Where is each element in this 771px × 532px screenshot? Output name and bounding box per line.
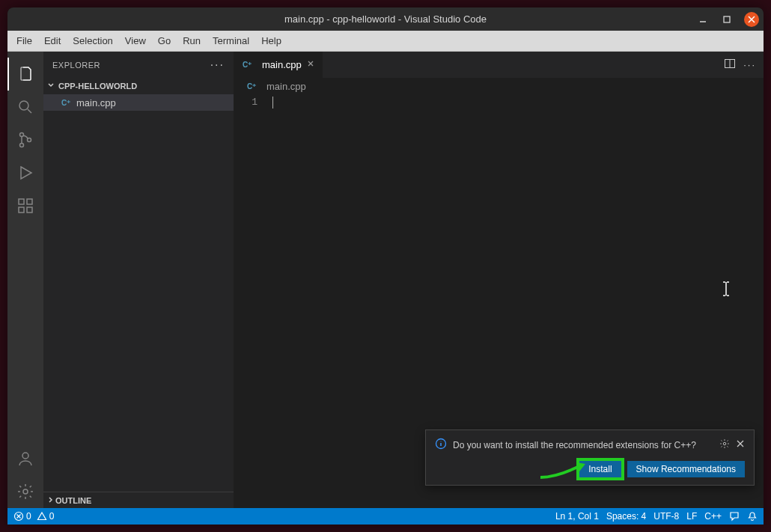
status-encoding[interactable]: UTF-8 <box>653 511 679 522</box>
svg-rect-5 <box>19 199 24 204</box>
status-errors[interactable]: 0 0 <box>13 511 54 522</box>
activity-explorer-icon[interactable] <box>7 58 43 91</box>
menu-terminal[interactable]: Terminal <box>207 32 255 49</box>
svg-rect-8 <box>27 199 32 204</box>
menu-bar: File Edit Selection View Go Run Terminal… <box>7 31 764 52</box>
sidebar-outline-header[interactable]: OUTLINE <box>43 492 234 508</box>
menu-go[interactable]: Go <box>152 32 177 49</box>
status-indentation[interactable]: Spaces: 4 <box>606 511 646 522</box>
file-item-main-cpp[interactable]: C⁺ main.cpp <box>43 94 234 111</box>
cpp-file-icon: C⁺ <box>60 97 72 108</box>
breadcrumb[interactable]: C⁺ main.cpp <box>234 78 764 94</box>
svg-point-2 <box>20 133 24 137</box>
notification-message: Do you want to install the recommended e… <box>453 440 713 450</box>
notification-close-icon[interactable] <box>736 439 745 450</box>
svg-point-9 <box>22 453 28 459</box>
menu-edit[interactable]: Edit <box>38 32 67 49</box>
sidebar-header-label: EXPLORER <box>52 61 100 70</box>
editor-more-icon[interactable]: ··· <box>743 59 756 70</box>
activity-extensions-icon[interactable] <box>7 189 43 222</box>
notification-toast: Do you want to install the recommended e… <box>425 429 755 486</box>
editor-area: C⁺ main.cpp ··· C⁺ main.cpp <box>234 52 764 508</box>
info-icon <box>435 438 447 452</box>
activity-run-debug-icon[interactable] <box>7 156 43 189</box>
menu-view[interactable]: View <box>119 32 152 49</box>
svg-rect-0 <box>724 16 730 22</box>
text-cursor <box>272 97 273 108</box>
chevron-right-icon <box>46 495 55 506</box>
project-name-label: CPP-HELLOWORLD <box>58 82 137 91</box>
activity-bar <box>7 52 43 508</box>
svg-rect-7 <box>27 207 32 213</box>
status-bar: 0 0 Ln 1, Col 1 Spaces: 4 UTF-8 LF C++ <box>7 508 764 525</box>
status-feedback-icon[interactable] <box>729 511 740 522</box>
svg-point-3 <box>20 144 24 147</box>
split-editor-icon[interactable] <box>724 58 736 72</box>
sidebar-explorer: EXPLORER ··· CPP-HELLOWORLD C⁺ main.cpp … <box>43 52 234 508</box>
activity-settings-icon[interactable] <box>7 475 43 508</box>
menu-selection[interactable]: Selection <box>67 32 118 49</box>
cpp-file-icon: C⁺ <box>241 59 253 71</box>
status-notifications-icon[interactable] <box>747 511 758 522</box>
menu-file[interactable]: File <box>10 32 38 49</box>
line-number: 1 <box>234 97 257 108</box>
window-titlebar: main.cpp - cpp-helloworld - Visual Studi… <box>7 7 764 31</box>
file-label: main.cpp <box>76 97 116 108</box>
cpp-file-icon: C⁺ <box>246 80 257 92</box>
window-title: main.cpp - cpp-helloworld - Visual Studi… <box>7 13 764 25</box>
activity-search-icon[interactable] <box>7 91 43 123</box>
chevron-down-icon <box>46 81 55 91</box>
status-eol[interactable]: LF <box>686 511 697 522</box>
menu-run[interactable]: Run <box>177 32 207 49</box>
install-button[interactable]: Install <box>579 461 621 477</box>
svg-point-10 <box>23 489 28 494</box>
activity-accounts-icon[interactable] <box>7 442 43 475</box>
sidebar-more-icon[interactable]: ··· <box>210 58 225 72</box>
breadcrumb-file: main.cpp <box>266 81 306 92</box>
tab-label: main.cpp <box>262 59 302 70</box>
sidebar-project-header[interactable]: CPP-HELLOWORLD <box>43 78 234 94</box>
svg-rect-6 <box>19 207 24 213</box>
tab-main-cpp[interactable]: C⁺ main.cpp <box>234 52 323 78</box>
window-minimize-button[interactable] <box>696 13 710 26</box>
editor-tabs: C⁺ main.cpp ··· <box>234 52 764 78</box>
svg-point-13 <box>723 442 726 445</box>
status-language[interactable]: C++ <box>704 511 722 522</box>
window-maximize-button[interactable] <box>720 13 734 26</box>
svg-point-1 <box>19 101 28 110</box>
activity-source-control-icon[interactable] <box>7 123 43 156</box>
notification-gear-icon[interactable] <box>719 438 730 451</box>
outline-label: OUTLINE <box>55 496 91 505</box>
window-close-button[interactable] <box>744 12 759 27</box>
tab-close-icon[interactable] <box>306 59 315 70</box>
status-cursor-position[interactable]: Ln 1, Col 1 <box>555 511 599 522</box>
menu-help[interactable]: Help <box>255 32 287 49</box>
show-recommendations-button[interactable]: Show Recommendations <box>627 461 745 477</box>
